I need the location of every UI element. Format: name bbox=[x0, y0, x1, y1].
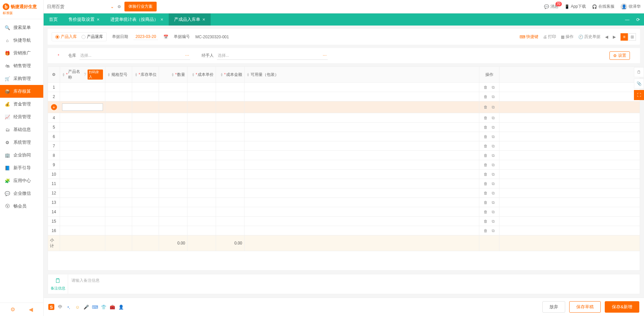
view-card-button[interactable]: ⊞ bbox=[629, 33, 636, 41]
table-row[interactable]: 1🗑⧉ bbox=[48, 83, 640, 92]
table-row[interactable]: 16🗑⧉ bbox=[48, 226, 640, 235]
copy-row-icon[interactable]: ⧉ bbox=[492, 144, 495, 148]
delete-row-icon[interactable]: 🗑 bbox=[484, 134, 488, 139]
copy-row-icon[interactable]: ⧉ bbox=[492, 125, 495, 130]
table-row[interactable]: 12🗑⧉ bbox=[48, 188, 640, 198]
discard-button[interactable]: 放弃 bbox=[542, 301, 565, 313]
float-attach-button[interactable]: 📎 bbox=[634, 79, 644, 89]
sidebar-item[interactable]: 📦库存核算 bbox=[0, 85, 43, 98]
delete-row-icon[interactable]: 🗑 bbox=[484, 85, 488, 90]
close-icon[interactable]: ✕ bbox=[160, 17, 163, 22]
next-history-button[interactable]: ▶ bbox=[613, 35, 616, 39]
ime-skin-icon[interactable]: 👕 bbox=[101, 304, 107, 310]
shortcut-link[interactable]: ⌨快捷键 bbox=[520, 34, 538, 40]
delete-row-icon[interactable]: 🗑 bbox=[484, 116, 488, 120]
save-and-new-button[interactable]: 保存&新增 bbox=[605, 301, 639, 313]
radio-product-out[interactable]: 产品退库 bbox=[82, 34, 103, 40]
ime-punct-icon[interactable]: •, bbox=[66, 304, 72, 310]
copy-row-icon[interactable]: ⧉ bbox=[492, 210, 495, 214]
sidebar-item[interactable]: Ⓥ畅会员 bbox=[0, 200, 43, 213]
history-link[interactable]: 🕘历史单据 bbox=[578, 34, 600, 40]
table-row[interactable]: 6🗑⧉ bbox=[48, 132, 640, 141]
prev-history-button[interactable]: ◀ bbox=[605, 35, 608, 39]
table-row[interactable]: 9🗑⧉ bbox=[48, 160, 640, 170]
sidebar-item[interactable]: 🛒采购管理 bbox=[0, 72, 43, 85]
column-settings-button[interactable]: ⚙设置 bbox=[609, 51, 630, 60]
scan-badge[interactable]: 扫码录入 bbox=[88, 70, 103, 80]
sidebar-item[interactable]: ⚙系统管理 bbox=[0, 136, 43, 149]
table-row[interactable]: 7🗑⧉ bbox=[48, 141, 640, 151]
copy-row-icon[interactable]: ⧉ bbox=[492, 181, 495, 186]
delete-row-icon[interactable]: 🗑 bbox=[484, 181, 488, 186]
ime-lang[interactable]: 中 bbox=[57, 304, 63, 310]
delete-row-icon[interactable]: 🗑 bbox=[484, 210, 488, 214]
gear-icon[interactable]: ⚙ bbox=[10, 306, 15, 313]
tab-refresh-button[interactable]: ⟳ bbox=[633, 15, 643, 24]
tab[interactable]: 进货单统计表（按商品）✕ bbox=[105, 13, 169, 26]
table-row[interactable]: 10🗑⧉ bbox=[48, 170, 640, 179]
sidebar-item[interactable]: 🗂基础信息 bbox=[0, 123, 43, 136]
table-row[interactable]: 4🗑⧉ bbox=[48, 113, 640, 123]
copy-row-icon[interactable]: ⧉ bbox=[492, 228, 495, 233]
operate-link[interactable]: ▦操作 bbox=[561, 34, 574, 40]
org-selector[interactable]: 日用百货 ⌄ bbox=[47, 4, 114, 10]
view-list-button[interactable]: ≡ bbox=[621, 33, 628, 41]
close-icon[interactable]: ✕ bbox=[202, 17, 205, 22]
delete-row-icon[interactable]: 🗑 bbox=[484, 228, 488, 233]
ime-keyboard-icon[interactable]: ⌨ bbox=[92, 304, 98, 310]
remark-input[interactable]: 请输入备注信息 bbox=[68, 274, 640, 294]
delete-row-icon[interactable]: 🗑 bbox=[484, 105, 488, 109]
copy-row-icon[interactable]: ⧉ bbox=[492, 153, 495, 158]
delete-row-icon[interactable]: 🗑 bbox=[484, 153, 488, 158]
more-icon[interactable]: ⋯ bbox=[323, 53, 327, 58]
delete-row-icon[interactable]: 🗑 bbox=[484, 172, 488, 177]
handler-select[interactable]: 选择... ⋯ bbox=[217, 52, 328, 60]
copy-row-icon[interactable]: ⧉ bbox=[492, 219, 495, 224]
product-input[interactable] bbox=[62, 103, 103, 111]
table-row[interactable]: 14🗑⧉ bbox=[48, 207, 640, 217]
ime-user-icon[interactable]: 👤 bbox=[118, 304, 124, 310]
org-settings-icon[interactable]: ⚙ bbox=[117, 4, 121, 9]
copy-row-icon[interactable]: ⧉ bbox=[492, 134, 495, 139]
sidebar-item[interactable]: 🔍搜索菜单 bbox=[0, 21, 43, 34]
calendar-icon[interactable]: 📅 bbox=[163, 35, 168, 39]
user-menu[interactable]: 👤 徐泽华 bbox=[621, 3, 641, 10]
copy-row-icon[interactable]: ⧉ bbox=[492, 191, 495, 195]
sidebar-item[interactable]: 📈经营管理 bbox=[0, 110, 43, 123]
copy-row-icon[interactable]: ⧉ bbox=[492, 172, 495, 177]
table-row[interactable]: 8🗑⧉ bbox=[48, 151, 640, 160]
collapse-icon[interactable]: ◀ bbox=[29, 306, 33, 313]
sidebar-item[interactable]: ⌂快捷导航 bbox=[0, 34, 43, 47]
tab[interactable]: 产成品入库单✕ bbox=[169, 13, 211, 26]
table-row[interactable]: 2🗑⧉ bbox=[48, 92, 640, 101]
messages-link[interactable]: 💬 消息 70 bbox=[544, 4, 558, 9]
add-row-button[interactable]: + bbox=[51, 104, 57, 110]
table-row[interactable]: 11🗑⧉ bbox=[48, 179, 640, 188]
warehouse-select[interactable]: 选择... ⋯ bbox=[79, 52, 190, 60]
tab[interactable]: 首页 bbox=[44, 13, 63, 26]
float-expand-button[interactable]: ⛶ bbox=[634, 90, 644, 100]
copy-row-icon[interactable]: ⧉ bbox=[492, 94, 495, 99]
table-row[interactable]: 5🗑⧉ bbox=[48, 123, 640, 132]
radio-product-in[interactable]: 产品入库 bbox=[55, 34, 77, 40]
delete-row-icon[interactable]: 🗑 bbox=[484, 125, 488, 130]
date-value[interactable]: 2023-03-20 bbox=[133, 34, 158, 40]
app-download-link[interactable]: 📱 App下载 bbox=[565, 4, 586, 9]
col-config-button[interactable]: ⚙ bbox=[48, 67, 60, 82]
print-link[interactable]: 🖨打印 bbox=[543, 34, 556, 40]
copy-row-icon[interactable]: ⧉ bbox=[492, 116, 495, 120]
delete-row-icon[interactable]: 🗑 bbox=[484, 163, 488, 167]
tab[interactable]: 售价提取设置✕ bbox=[63, 13, 105, 26]
more-icon[interactable]: ⋯ bbox=[185, 53, 190, 58]
delete-row-icon[interactable]: 🗑 bbox=[484, 200, 488, 205]
ime-logo-icon[interactable]: S bbox=[48, 304, 54, 310]
delete-row-icon[interactable]: 🗑 bbox=[484, 219, 488, 224]
sidebar-item[interactable]: 🧩应用中心 bbox=[0, 174, 43, 187]
sidebar-item[interactable]: 💬企业微信 bbox=[0, 187, 43, 200]
ime-emoji-icon[interactable]: ☺ bbox=[74, 304, 80, 310]
help-icon[interactable]: ? bbox=[84, 72, 86, 77]
sidebar-item[interactable]: 🛍销售管理 bbox=[0, 59, 43, 72]
copy-row-icon[interactable]: ⧉ bbox=[492, 105, 495, 109]
sidebar-item[interactable]: 💰资金管理 bbox=[0, 98, 43, 110]
delete-row-icon[interactable]: 🗑 bbox=[484, 94, 488, 99]
